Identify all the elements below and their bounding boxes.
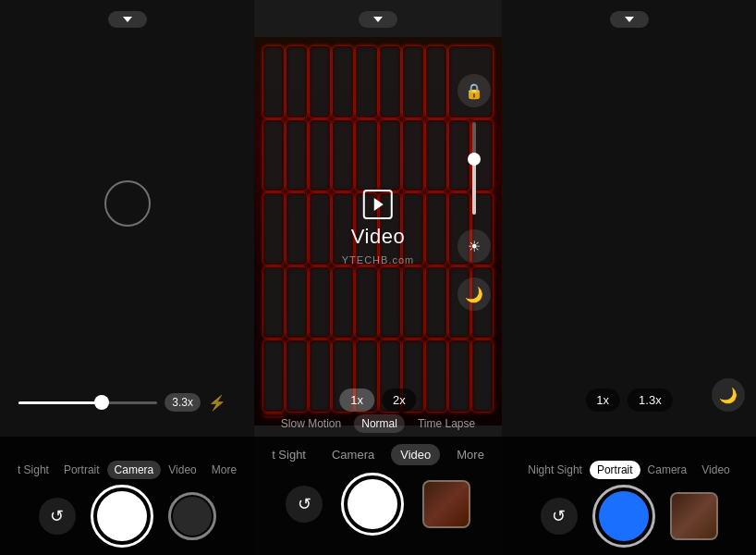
center-shutter-row: ↺	[254, 473, 502, 536]
normal-btn[interactable]: Normal	[354, 414, 405, 433]
key	[403, 120, 423, 191]
left-bottom-controls: t Sight Portrait Camera Video More ↺	[0, 437, 254, 555]
key	[263, 46, 284, 117]
tab-camera-right[interactable]: Camera	[640, 461, 695, 479]
shutter-outer-center[interactable]	[341, 473, 404, 536]
right-side-controls: 🔒 ☀ 🌙	[457, 74, 491, 311]
night-mode-icon[interactable]: 🌙	[457, 278, 491, 311]
night-icon-right[interactable]: 🌙	[712, 378, 745, 412]
brightness-icon[interactable]: ☀	[457, 229, 491, 263]
key	[263, 340, 284, 412]
key	[426, 120, 446, 191]
left-shutter-row: ↺	[0, 485, 254, 548]
key	[310, 340, 330, 412]
right-mode-tabs: Night Sight Portrait Camera Video	[520, 461, 738, 479]
key	[380, 46, 400, 117]
zoom-1-3x-right[interactable]: 1.3x	[628, 388, 673, 412]
tab-night-sight-right[interactable]: Night Sight	[520, 461, 590, 479]
thumbnail-image-center	[424, 482, 469, 526]
thumbnail-right[interactable]	[670, 492, 718, 540]
slow-motion-btn[interactable]: Slow Motion	[274, 414, 348, 433]
key	[287, 46, 307, 117]
shutter-outer-right[interactable]	[592, 485, 655, 548]
key	[426, 267, 446, 339]
key	[263, 267, 284, 339]
tab-video-left[interactable]: Video	[161, 461, 203, 479]
key	[333, 120, 353, 191]
thumbnail-image-right	[672, 494, 716, 538]
lock-icon[interactable]: 🔒	[457, 74, 491, 107]
key	[287, 340, 307, 412]
rotate-button-left[interactable]: ↺	[39, 498, 76, 535]
right-panel: 1x 1.3x 🌙 Night Sight Portrait Camera Vi…	[502, 0, 756, 555]
time-lapse-btn[interactable]: Time Lapse	[410, 414, 482, 433]
right-bottom-controls: Night Sight Portrait Camera Video ↺	[502, 437, 756, 555]
shutter-small-left[interactable]	[168, 492, 216, 540]
zoom-1x-right[interactable]: 1x	[585, 388, 620, 412]
tab-more-center[interactable]: More	[447, 444, 494, 465]
mode-label: Video	[351, 225, 405, 249]
tab-night-sight-left[interactable]: t Sight	[10, 461, 56, 479]
key	[287, 120, 307, 191]
tab-portrait-right[interactable]: Portrait	[590, 461, 640, 479]
tab-night-sight-center[interactable]: t Sight	[262, 444, 315, 465]
tab-video-right[interactable]: Video	[694, 461, 737, 479]
shutter-inner-right	[599, 491, 649, 541]
key	[380, 267, 400, 339]
chevron-down-icon-right	[625, 17, 634, 22]
key	[287, 267, 307, 339]
center-dropdown-btn[interactable]	[359, 11, 397, 28]
brightness-slider[interactable]	[472, 122, 476, 215]
center-panel: Video YTECHB.com 1x 2x Slow Motion Norma…	[254, 0, 502, 555]
brightness-thumb	[468, 153, 481, 166]
key	[426, 46, 446, 117]
brightness-fill	[472, 159, 476, 215]
center-mode-tabs: t Sight Camera Video More	[262, 444, 494, 465]
zoom-thumb[interactable]	[94, 395, 109, 410]
chevron-down-icon-center	[373, 17, 383, 22]
key	[403, 267, 423, 339]
left-circle-indicator[interactable]	[104, 180, 151, 227]
right-night-icon-container: 🌙	[712, 378, 745, 412]
thumbnail-center[interactable]	[422, 480, 470, 528]
zoom-icon: ⚡	[208, 394, 226, 412]
key	[449, 340, 469, 412]
tab-video-center[interactable]: Video	[391, 444, 440, 465]
tab-camera-left[interactable]: Camera	[107, 461, 162, 479]
watermark: YTECHB.com	[342, 254, 414, 265]
zoom-slider-row: 3.3x ⚡	[18, 393, 226, 412]
tab-camera-center[interactable]: Camera	[323, 444, 384, 465]
right-zoom-buttons: 1x 1.3x	[585, 388, 672, 412]
shutter-outer-left[interactable]	[91, 485, 153, 548]
zoom-track[interactable]	[18, 401, 157, 404]
key	[356, 267, 376, 339]
rotate-button-right[interactable]: ↺	[541, 498, 578, 535]
key	[356, 120, 376, 191]
key	[310, 46, 330, 117]
right-dropdown-btn[interactable]	[610, 11, 649, 28]
key	[287, 193, 307, 265]
left-panel: 3.3x ⚡ t Sight Portrait Camera Video Mor…	[0, 0, 254, 555]
video-mode-icon	[363, 190, 393, 219]
right-shutter-row: ↺	[502, 485, 756, 548]
shutter-inner-center	[348, 479, 397, 529]
key	[333, 46, 353, 117]
tab-more-left[interactable]: More	[204, 461, 244, 479]
zoom-2x-center[interactable]: 2x	[382, 388, 417, 412]
key	[356, 46, 376, 117]
key	[472, 340, 493, 412]
key	[310, 120, 330, 191]
left-dropdown-btn[interactable]	[108, 11, 147, 28]
shutter-small-inner-left	[173, 497, 212, 536]
key	[310, 267, 330, 339]
speed-modes: Slow Motion Normal Time Lapse	[274, 414, 482, 433]
zoom-1x-center[interactable]: 1x	[339, 388, 374, 412]
tab-portrait-left[interactable]: Portrait	[56, 461, 107, 479]
key	[263, 193, 284, 265]
left-mode-tabs: t Sight Portrait Camera Video More	[10, 461, 244, 479]
key	[310, 193, 330, 265]
zoom-fill	[18, 401, 102, 404]
rotate-button-center[interactable]: ↺	[286, 486, 323, 523]
key	[403, 46, 423, 117]
center-bottom-controls: t Sight Camera Video More ↺	[254, 437, 502, 555]
